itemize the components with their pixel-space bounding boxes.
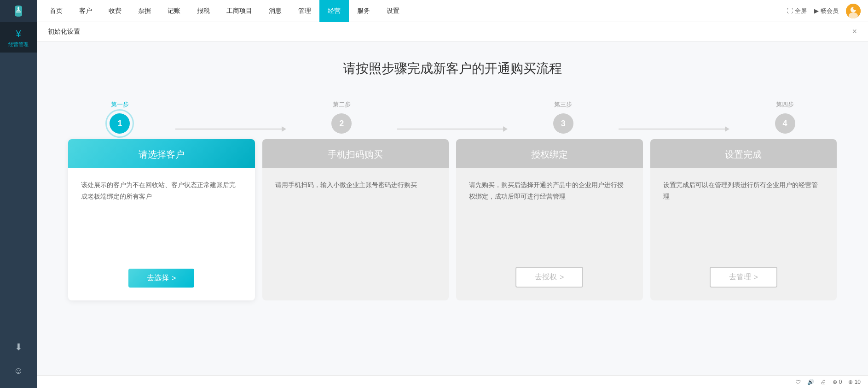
status-bar: ▶ 完成 🛡 🔊 🖨 ⊕ 0 ⊕ 10	[0, 375, 868, 388]
steps-header: 第一步 1 第二步 2	[64, 100, 840, 134]
top-nav-right: ⛶ 全屏 ▶ 畅会员	[787, 4, 868, 18]
step-label-1: 第一步	[111, 100, 129, 109]
nav-tax[interactable]: 报税	[189, 0, 218, 22]
volume-icon: 🔊	[807, 379, 814, 385]
step-circle-2: 2	[331, 113, 352, 134]
nav-bills[interactable]: 票据	[130, 0, 159, 22]
step-card-header-1: 请选择客户	[68, 139, 255, 168]
step-circle-3: 3	[553, 113, 573, 134]
step-3-action-button[interactable]: 去授权 >	[515, 267, 583, 288]
step-card-1: 请选择客户 该处展示的客户为不在回收站、客户状态正常建账后完成老板端绑定的所有客…	[68, 139, 255, 300]
step-card-3: 授权绑定 请先购买，购买后选择开通的产品中的企业用户进行授权绑定，成功后即可进行…	[456, 139, 643, 300]
nav-home[interactable]: 首页	[41, 0, 71, 22]
step-header-4: 第四步 4	[729, 100, 840, 134]
print-icon: 🖨	[821, 379, 826, 385]
sidebar-bottom: ⬇ ☺	[0, 335, 37, 388]
avatar[interactable]	[846, 4, 861, 18]
sidebar-item-support[interactable]: ☺	[0, 359, 37, 382]
breadcrumb-title: 初始化设置	[48, 28, 80, 36]
main-content: 初始化设置 × 请按照步骤完成新客户的开通购买流程 第一步 1 第二步	[37, 22, 868, 375]
step-card-footer-4: 去管理 >	[650, 267, 837, 300]
nav-fees[interactable]: 收费	[100, 0, 130, 22]
fullscreen-icon: ⛶	[787, 7, 793, 14]
step-card-body-1: 该处展示的客户为不在回收站、客户状态正常建账后完成老板端绑定的所有客户	[68, 168, 255, 269]
fullscreen-button[interactable]: ⛶ 全屏	[787, 7, 807, 15]
status-count-2: ⊕ 10	[848, 379, 861, 385]
arrow-line-3	[619, 129, 725, 129]
arrow-head-3	[725, 126, 729, 132]
step-card-footer-2	[262, 288, 449, 300]
step-card-body-3: 请先购买，购买后选择开通的产品中的企业用户进行授权绑定，成功后即可进行经营管理	[456, 168, 643, 267]
sidebar-logo	[0, 0, 37, 22]
step-card-4: 设置完成 设置完成后可以在管理列表进行所有企业用户的经营管理 去管理 >	[650, 139, 837, 300]
management-icon: ¥	[16, 29, 21, 39]
nav-messages[interactable]: 消息	[260, 0, 290, 22]
step-header-1: 第一步 1	[64, 100, 175, 134]
step-circle-4: 4	[775, 113, 795, 134]
arrow-icon-3: >	[560, 273, 564, 282]
content-area: 请按照步骤完成新客户的开通购买流程 第一步 1 第二步 2	[37, 41, 868, 314]
nav-operations[interactable]: 经营	[319, 0, 349, 22]
shield-icon: 🛡	[795, 379, 801, 385]
step-1-action-button[interactable]: 去选择 >	[128, 269, 194, 288]
nav-industry[interactable]: 工商项目	[218, 0, 260, 22]
nav-manage[interactable]: 管理	[290, 0, 319, 22]
top-nav: 首页 客户 收费 票据 记账 报税 工商项目 消息 管理 经营 服务 设置 ⛶ …	[0, 0, 868, 22]
membership-button[interactable]: ▶ 畅会员	[814, 7, 839, 15]
connector-3-4	[619, 126, 729, 132]
step-card-header-2: 手机扫码购买	[262, 139, 449, 168]
arrow-line-1	[175, 129, 282, 129]
step-label-2: 第二步	[333, 100, 351, 109]
step-label-3: 第三步	[554, 100, 572, 109]
step-card-2: 手机扫码购买 请用手机扫码，输入小微企业主账号密码进行购买	[262, 139, 449, 300]
arrow-head-1	[282, 126, 286, 132]
step-card-footer-1: 去选择 >	[68, 269, 255, 300]
nav-settings[interactable]: 设置	[378, 0, 408, 22]
status-bar-right: 🛡 🔊 🖨 ⊕ 0 ⊕ 10	[795, 379, 861, 385]
nav-service[interactable]: 服务	[349, 0, 378, 22]
step-header-2: 第二步 2	[286, 100, 397, 134]
sidebar-item-management[interactable]: ¥ 经营管理	[0, 22, 37, 53]
page-title: 请按照步骤完成新客户的开通购买流程	[64, 60, 840, 77]
step-circle-1: 1	[110, 113, 130, 134]
breadcrumb-bar: 初始化设置 ×	[37, 22, 868, 41]
arrow-line-2	[397, 129, 503, 129]
close-button[interactable]: ×	[852, 27, 857, 36]
step-card-footer-3: 去授权 >	[456, 267, 643, 300]
step-label-4: 第四步	[776, 100, 794, 109]
nav-customers[interactable]: 客户	[71, 0, 100, 22]
arrow-icon-4: >	[754, 273, 758, 282]
status-count-1: ⊕ 0	[833, 379, 842, 385]
nav-accounting[interactable]: 记账	[159, 0, 189, 22]
connector-2-3	[397, 126, 508, 132]
sidebar: ¥ 经营管理 ⬇ ☺	[0, 0, 37, 388]
play-icon: ▶	[814, 7, 819, 14]
sidebar-item-download[interactable]: ⬇	[0, 335, 37, 359]
arrow-head-2	[503, 126, 508, 132]
arrow-icon-1: >	[172, 274, 176, 282]
step-card-body-4: 设置完成后可以在管理列表进行所有企业用户的经营管理	[650, 168, 837, 267]
download-icon: ⬇	[15, 341, 23, 353]
step-card-header-3: 授权绑定	[456, 139, 643, 168]
step-card-header-4: 设置完成	[650, 139, 837, 168]
step-cards-row: 请选择客户 该处展示的客户为不在回收站、客户状态正常建账后完成老板端绑定的所有客…	[64, 139, 840, 300]
sidebar-item-label: 经营管理	[8, 41, 29, 48]
connector-1-2	[175, 126, 286, 132]
step-4-action-button[interactable]: 去管理 >	[710, 267, 777, 288]
step-card-body-2: 请用手机扫码，输入小微企业主账号密码进行购买	[262, 168, 449, 288]
support-icon: ☺	[14, 365, 23, 376]
step-header-3: 第三步 3	[508, 100, 619, 134]
